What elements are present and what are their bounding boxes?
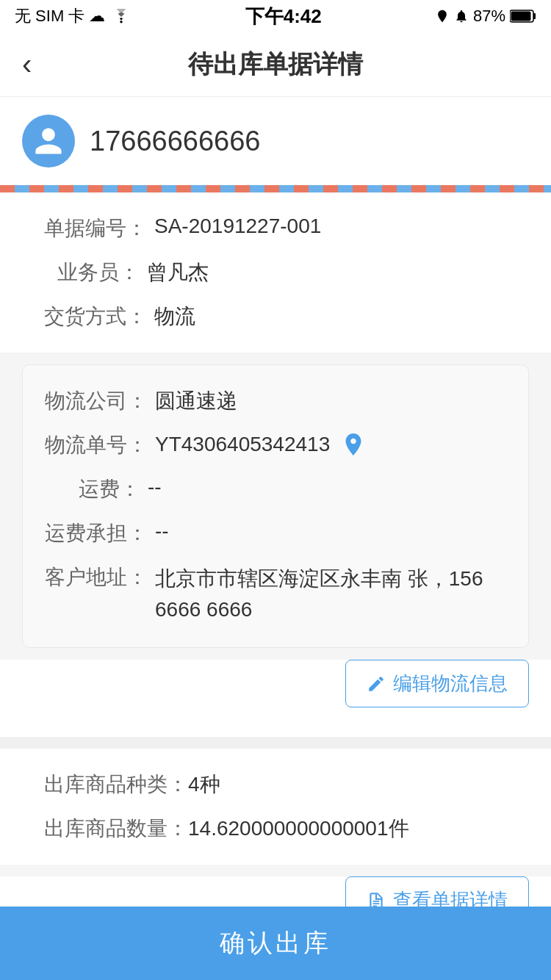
dashed-divider <box>0 185 551 192</box>
order-no-row: 单据编号： SA-20191227-001 <box>44 215 507 242</box>
address-value: 北京市市辖区海淀区永丰南 张，156 6666 6666 <box>155 563 506 625</box>
svg-point-0 <box>120 21 123 23</box>
order-no-value: SA-20191227-001 <box>154 215 507 238</box>
edit-icon <box>367 674 386 693</box>
tracking-location-icon[interactable] <box>340 431 367 458</box>
product-type-label: 出库商品种类： <box>44 771 188 799</box>
product-section: 出库商品种类： 4种 出库商品数量： 14.620000000000001件 <box>0 749 551 865</box>
freight-value: -- <box>148 475 506 499</box>
freight-bear-row: 运费承担： -- <box>45 519 506 547</box>
sim-status: 无 SIM 卡 ☁ <box>15 5 105 27</box>
freight-label: 运费： <box>45 475 148 503</box>
section-divider-1 <box>0 737 551 749</box>
edit-btn-row: 编辑物流信息 <box>0 660 551 722</box>
address-label: 客户地址： <box>45 563 155 591</box>
salesman-label: 业务员： <box>44 259 147 287</box>
delivery-value: 物流 <box>154 303 507 331</box>
confirm-btn-label: 确认出库 <box>220 926 331 960</box>
location-status-icon <box>435 8 450 24</box>
salesman-row: 业务员： 曾凡杰 <box>44 259 507 287</box>
edit-logistics-button[interactable]: 编辑物流信息 <box>345 660 529 707</box>
delivery-label: 交货方式： <box>44 303 154 331</box>
alarm-icon <box>454 8 469 24</box>
logistics-company-row: 物流公司： 圆通速递 <box>45 387 506 415</box>
product-type-row: 出库商品种类： 4种 <box>44 771 507 799</box>
page-title: 待出库单据详情 <box>188 48 363 82</box>
svg-rect-3 <box>511 12 530 21</box>
product-type-value: 4种 <box>188 771 220 799</box>
status-left: 无 SIM 卡 ☁ <box>15 5 132 27</box>
battery-icon <box>510 10 536 23</box>
product-quantity-value: 14.620000000000001件 <box>188 815 409 843</box>
header-section: 17666666666 <box>0 97 551 185</box>
delivery-row: 交货方式： 物流 <box>44 303 507 331</box>
product-quantity-label: 出库商品数量： <box>44 815 188 843</box>
back-button[interactable]: ‹ <box>22 48 32 81</box>
status-time: 下午4:42 <box>245 4 322 29</box>
order-no-label: 单据编号： <box>44 215 154 242</box>
tracking-no-row: 物流单号： YT4306405342413 <box>45 431 506 459</box>
address-row: 客户地址： 北京市市辖区海淀区永丰南 张，156 6666 6666 <box>45 563 506 625</box>
logistics-company-label: 物流公司： <box>45 387 155 415</box>
product-quantity-row: 出库商品数量： 14.620000000000001件 <box>44 815 507 843</box>
avatar <box>22 115 75 167</box>
edit-logistics-label: 编辑物流信息 <box>393 671 508 696</box>
freight-bear-label: 运费承担： <box>45 519 155 547</box>
logistics-company-value: 圆通速递 <box>155 387 506 415</box>
customer-phone: 17666666666 <box>90 126 260 157</box>
freight-row: 运费： -- <box>45 475 506 503</box>
basic-info-section: 单据编号： SA-20191227-001 业务员： 曾凡杰 交货方式： 物流 <box>0 192 551 353</box>
status-bar: 无 SIM 卡 ☁ 下午4:42 87% <box>0 0 551 32</box>
tracking-no-value: YT4306405342413 <box>155 431 506 458</box>
wifi-icon <box>111 9 132 24</box>
salesman-value: 曾凡杰 <box>147 259 507 287</box>
svg-rect-2 <box>533 13 536 19</box>
nav-bar: ‹ 待出库单据详情 <box>0 32 551 97</box>
freight-bear-value: -- <box>155 519 506 543</box>
user-avatar-icon <box>32 125 65 157</box>
battery-percent: 87% <box>473 7 505 26</box>
status-right: 87% <box>435 7 536 26</box>
tracking-no-label: 物流单号： <box>45 431 155 459</box>
confirm-outbound-button[interactable]: 确认出库 <box>0 907 551 980</box>
logistics-section: 物流公司： 圆通速递 物流单号： YT4306405342413 运费： -- … <box>22 364 529 648</box>
